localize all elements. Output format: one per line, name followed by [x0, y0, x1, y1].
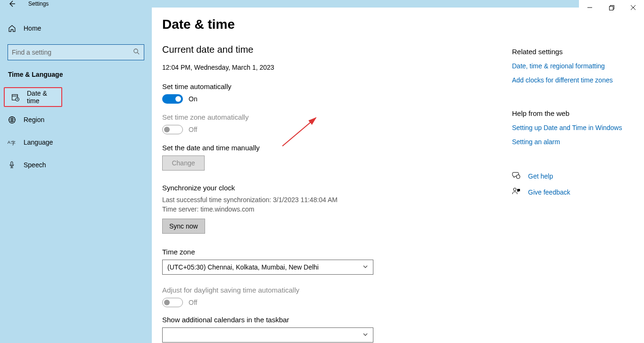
svg-point-10	[513, 188, 516, 191]
chevron-down-icon	[363, 331, 368, 339]
additional-calendars-select[interactable]	[162, 327, 373, 343]
timezone-label: Time zone	[162, 248, 502, 256]
link-setup-datetime[interactable]: Setting up Date and Time in Windows	[512, 124, 635, 131]
sidebar: Home Time & Language Date & time Reg	[0, 8, 152, 343]
set-manual-label: Set the date and time manually	[162, 144, 502, 152]
search-input[interactable]	[12, 49, 133, 56]
window-controls	[579, 0, 644, 15]
close-icon	[631, 5, 636, 10]
window-title: Settings	[28, 0, 49, 7]
svg-text:字: 字	[11, 140, 16, 146]
microphone-icon	[8, 161, 16, 169]
nav-region[interactable]: Region	[0, 110, 152, 130]
sync-now-button[interactable]: Sync now	[162, 219, 205, 234]
set-tz-auto-toggle	[162, 125, 183, 134]
nav-speech-label: Speech	[24, 161, 46, 169]
sidebar-group-label: Time & Language	[0, 68, 152, 86]
minimize-button[interactable]	[579, 0, 601, 15]
timezone-value: (UTC+05:30) Chennai, Kolkata, Mumbai, Ne…	[167, 263, 319, 271]
back-button[interactable]	[0, 0, 24, 8]
link-add-clocks[interactable]: Add clocks for different time zones	[512, 76, 635, 84]
link-give-feedback[interactable]: Give feedback	[528, 188, 570, 196]
set-time-auto-state: On	[189, 95, 198, 103]
related-settings-header: Related settings	[512, 48, 635, 56]
link-regional-formatting[interactable]: Date, time & regional formatting	[512, 62, 635, 70]
dst-toggle	[162, 298, 183, 307]
nav-home-label: Home	[24, 24, 41, 32]
main-content: Date & time Current date and time 12:04 …	[152, 8, 512, 343]
current-datetime-value: 12:04 PM, Wednesday, March 1, 2023	[162, 64, 502, 71]
dst-label: Adjust for daylight saving time automati…	[162, 286, 502, 294]
chat-icon	[512, 171, 520, 181]
nav-home[interactable]: Home	[0, 18, 152, 38]
nav-date-time[interactable]: Date & time	[4, 87, 62, 107]
set-time-auto-toggle[interactable]	[162, 94, 183, 104]
timezone-select[interactable]: (UTC+05:30) Chennai, Kolkata, Mumbai, Ne…	[162, 260, 373, 275]
dst-state: Off	[189, 299, 197, 306]
close-button[interactable]	[622, 0, 644, 15]
maximize-button[interactable]	[601, 0, 622, 15]
sync-last-text: Last successful time synchronization: 3/…	[162, 196, 502, 205]
search-box[interactable]	[8, 44, 144, 60]
maximize-icon	[609, 5, 614, 10]
additional-calendars-label: Show additional calendars in the taskbar	[162, 316, 502, 324]
sync-server-text: Time server: time.windows.com	[162, 205, 502, 214]
set-time-auto-label: Set time automatically	[162, 82, 502, 90]
svg-rect-0	[609, 6, 613, 10]
search-icon	[133, 48, 140, 57]
set-tz-auto-label: Set time zone automatically	[162, 113, 502, 121]
nav-language-label: Language	[24, 139, 53, 146]
help-web-header: Help from the web	[512, 109, 635, 117]
change-button: Change	[162, 155, 205, 171]
sync-header: Synchronize your clock	[162, 184, 502, 192]
minimize-icon	[587, 5, 592, 10]
nav-speech[interactable]: Speech	[0, 155, 152, 175]
svg-point-9	[516, 175, 520, 179]
svg-point-1	[134, 49, 138, 52]
svg-text:A: A	[8, 140, 10, 145]
back-arrow-icon	[8, 0, 16, 8]
section-current-datetime: Current date and time	[162, 44, 502, 55]
calendar-clock-icon	[11, 93, 19, 101]
link-get-help[interactable]: Get help	[528, 172, 553, 180]
language-icon: A字	[8, 139, 16, 146]
set-tz-auto-state: Off	[189, 126, 197, 133]
globe-icon	[8, 116, 16, 124]
nav-language[interactable]: A字 Language	[0, 132, 152, 152]
link-setting-alarm[interactable]: Setting an alarm	[512, 138, 635, 146]
svg-rect-7	[11, 162, 13, 165]
feedback-icon	[512, 187, 520, 197]
nav-date-time-label: Date & time	[27, 90, 55, 105]
chevron-down-icon	[363, 263, 368, 271]
titlebar: Settings	[0, 0, 644, 8]
home-icon	[8, 24, 16, 33]
page-title: Date & time	[162, 17, 502, 32]
nav-region-label: Region	[24, 116, 44, 123]
right-panel: Related settings Date, time & regional f…	[512, 8, 644, 343]
